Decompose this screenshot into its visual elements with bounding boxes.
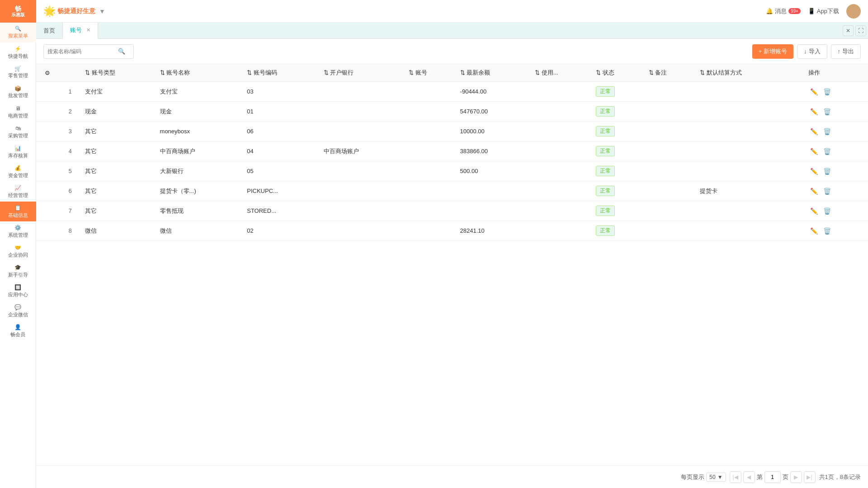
- page-prev-button[interactable]: ◀: [743, 471, 755, 483]
- page-first-button[interactable]: |◀: [730, 471, 741, 483]
- col-code[interactable]: ⇅ 账号编码: [243, 64, 320, 82]
- page-next-button[interactable]: ▶: [790, 471, 802, 483]
- app-download-button[interactable]: 📱 App下载: [808, 7, 839, 15]
- sidebar-item-ecommerce[interactable]: 🖥 电商管理: [0, 102, 36, 122]
- sidebar-item-wholesale[interactable]: 📦 批发管理: [0, 82, 36, 102]
- sidebar-item-label-appcenter: 应用中心: [8, 291, 28, 298]
- sidebar-item-purchase[interactable]: 🛍 采购管理: [0, 122, 36, 142]
- sidebar-item-label-basic: 基础信息: [8, 212, 28, 219]
- page-number-input[interactable]: [764, 471, 781, 483]
- wholesale-icon: 📦: [14, 85, 21, 92]
- row-checkbox[interactable]: [36, 201, 59, 221]
- inventory-icon: 📊: [14, 145, 21, 151]
- row-checkbox[interactable]: [36, 141, 59, 161]
- row-balance: 28241.10: [457, 221, 532, 241]
- tab-close-all-button[interactable]: ✕: [843, 25, 854, 36]
- edit-button[interactable]: ✏️: [808, 87, 820, 96]
- tab-home[interactable]: 首页: [36, 23, 63, 39]
- col-status[interactable]: ⇅ 状态: [592, 64, 645, 82]
- row-balance: 547670.00: [457, 102, 532, 122]
- col-account[interactable]: ⇅ 账号: [405, 64, 456, 82]
- col-bank[interactable]: ⇅ 开户银行: [320, 64, 405, 82]
- page-last-button[interactable]: ▶|: [804, 471, 816, 483]
- col-usage[interactable]: ⇅ 使用...: [531, 64, 592, 82]
- row-checkbox[interactable]: [36, 181, 59, 201]
- row-account: [405, 221, 456, 241]
- row-checkbox[interactable]: [36, 102, 59, 122]
- status-badge: 正常: [596, 225, 615, 236]
- row-settlement: [696, 141, 805, 161]
- col-remark[interactable]: ⇅ 备注: [645, 64, 696, 82]
- sidebar-item-label-search: 搜索菜单: [8, 33, 28, 39]
- col-settlement[interactable]: ⇅ 默认结算方式: [696, 64, 805, 82]
- delete-button[interactable]: 🗑️: [821, 167, 833, 176]
- edit-button[interactable]: ✏️: [808, 107, 820, 116]
- sidebar-item-wechat[interactable]: 💬 企业微信: [0, 301, 36, 321]
- col-settings[interactable]: ⚙: [36, 64, 59, 82]
- sidebar-item-retail[interactable]: 🛒 零售管理: [0, 62, 36, 82]
- main-area: 🌟 畅捷通好生意 ▼ 🔔 消息 99+ 📱 App下载 首页 账号 ✕: [36, 0, 868, 488]
- sidebar-item-guide[interactable]: 🎓 新手引导: [0, 261, 36, 281]
- search-icon[interactable]: 🔍: [118, 48, 125, 55]
- delete-button[interactable]: 🗑️: [821, 127, 833, 136]
- sidebar-item-enterprise[interactable]: 🤝 企业协同: [0, 241, 36, 261]
- sidebar-item-system[interactable]: ⚙️ 系统管理: [0, 221, 36, 241]
- toolbar-right: + 新增账号 ↓ 导入 ↑ 导出: [752, 44, 861, 59]
- row-status: 正常: [592, 141, 645, 161]
- tab-account-label: 账号: [70, 26, 82, 34]
- search-input[interactable]: [47, 48, 115, 55]
- export-button[interactable]: ↑ 导出: [831, 44, 861, 59]
- message-button[interactable]: 🔔 消息 99+: [766, 7, 801, 15]
- sidebar-item-inventory[interactable]: 📊 库存核算: [0, 142, 36, 162]
- dropdown-button[interactable]: ▼: [99, 8, 105, 15]
- delete-button[interactable]: 🗑️: [821, 87, 833, 96]
- system-icon: ⚙️: [14, 225, 21, 231]
- sidebar-item-appcenter[interactable]: 🔲 应用中心: [0, 281, 36, 301]
- row-remark: [645, 122, 696, 141]
- avatar[interactable]: [846, 4, 861, 19]
- delete-button[interactable]: 🗑️: [821, 187, 833, 196]
- edit-button[interactable]: ✏️: [808, 167, 820, 176]
- col-type[interactable]: ⇅ 账号类型: [81, 64, 156, 82]
- page-size-select-box[interactable]: 50 ▼: [706, 473, 726, 482]
- sidebar-item-label-guide: 新手引导: [8, 272, 28, 278]
- tab-fullscreen-button[interactable]: ⛶: [855, 25, 866, 36]
- sidebar-item-search[interactable]: 🔍 搜索菜单: [0, 23, 36, 42]
- row-code: 04: [243, 141, 320, 161]
- app-logo-text: 畅 乐惠版: [11, 5, 25, 18]
- edit-button[interactable]: ✏️: [808, 206, 820, 216]
- row-usage: [531, 221, 592, 241]
- row-checkbox[interactable]: [36, 221, 59, 241]
- add-account-button[interactable]: + 新增账号: [752, 44, 793, 59]
- col-name[interactable]: ⇅ 账号名称: [156, 64, 244, 82]
- sidebar-item-operations[interactable]: 📈 经营管理: [0, 182, 36, 202]
- delete-button[interactable]: 🗑️: [821, 147, 833, 156]
- tab-account-close[interactable]: ✕: [86, 27, 90, 33]
- row-status: 正常: [592, 161, 645, 181]
- sidebar-item-finance[interactable]: 💰 资金管理: [0, 162, 36, 182]
- delete-button[interactable]: 🗑️: [821, 107, 833, 116]
- row-account: [405, 141, 456, 161]
- delete-button[interactable]: 🗑️: [821, 206, 833, 216]
- row-usage: [531, 161, 592, 181]
- delete-button[interactable]: 🗑️: [821, 226, 833, 235]
- guide-icon: 🎓: [14, 264, 21, 271]
- row-checkbox[interactable]: [36, 122, 59, 141]
- sidebar-item-basic[interactable]: 📋 基础信息: [0, 202, 36, 221]
- edit-button[interactable]: ✏️: [808, 226, 820, 235]
- sidebar-item-shortcut[interactable]: ⚡ 快捷导航: [0, 42, 36, 62]
- table-row: 4 其它 中百商场账户 04 中百商场账户 383866.00 正常 ✏️ 🗑️: [36, 141, 868, 161]
- tab-account[interactable]: 账号 ✕: [63, 23, 98, 39]
- row-index: 7: [59, 201, 81, 221]
- import-button[interactable]: ↓ 导入: [797, 44, 827, 59]
- row-checkbox[interactable]: [36, 161, 59, 181]
- search-box[interactable]: 🔍: [43, 44, 134, 59]
- col-balance[interactable]: ⇅ 最新余额: [457, 64, 532, 82]
- sidebar-item-member[interactable]: 👤 畅会员: [0, 321, 36, 341]
- edit-button[interactable]: ✏️: [808, 127, 820, 136]
- edit-button[interactable]: ✏️: [808, 187, 820, 196]
- wechat-icon: 💬: [14, 304, 21, 310]
- row-checkbox[interactable]: [36, 82, 59, 102]
- operations-icon: 📈: [14, 185, 21, 191]
- edit-button[interactable]: ✏️: [808, 147, 820, 156]
